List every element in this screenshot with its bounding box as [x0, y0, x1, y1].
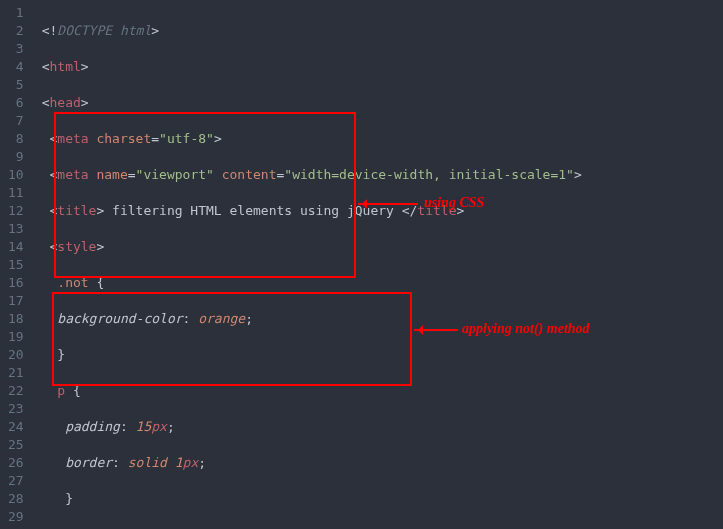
line-number: 20: [8, 346, 24, 364]
line-number: 24: [8, 418, 24, 436]
line-number-gutter: 1 2 3 4 5 6 7 8 9 10 11 12 13 14 15 16 1…: [0, 0, 34, 529]
line-number: 11: [8, 184, 24, 202]
line-number: 14: [8, 238, 24, 256]
line-number: 22: [8, 382, 24, 400]
code-line: <!DOCTYPE html>: [42, 22, 723, 40]
line-number: 6: [8, 94, 24, 112]
annotation-css: using CSS: [424, 195, 484, 211]
line-number: 7: [8, 112, 24, 130]
code-line: }: [42, 346, 723, 364]
line-number: 16: [8, 274, 24, 292]
code-area[interactable]: <!DOCTYPE html> <html> <head> <meta char…: [34, 0, 723, 529]
line-number: 1: [8, 4, 24, 22]
line-number: 5: [8, 76, 24, 94]
line-number: 26: [8, 454, 24, 472]
line-number: 18: [8, 310, 24, 328]
line-number: 27: [8, 472, 24, 490]
code-line: .not {: [42, 274, 723, 292]
code-editor: 1 2 3 4 5 6 7 8 9 10 11 12 13 14 15 16 1…: [0, 0, 723, 529]
line-number: 8: [8, 130, 24, 148]
line-number: 15: [8, 256, 24, 274]
code-line: <meta name="viewport" content="width=dev…: [42, 166, 723, 184]
line-number: 19: [8, 328, 24, 346]
line-number: 9: [8, 148, 24, 166]
code-line: <meta charset="utf-8">: [42, 130, 723, 148]
arrow-icon: [414, 329, 458, 331]
line-number: 2: [8, 22, 24, 40]
arrow-icon: [358, 203, 418, 205]
line-number: 23: [8, 400, 24, 418]
line-number: 12: [8, 202, 24, 220]
line-number: 17: [8, 292, 24, 310]
code-line: padding: 15px;: [42, 418, 723, 436]
code-line: <html>: [42, 58, 723, 76]
line-number: 13: [8, 220, 24, 238]
line-number: 3: [8, 40, 24, 58]
line-number: 10: [8, 166, 24, 184]
line-number: 4: [8, 58, 24, 76]
line-number: 29: [8, 508, 24, 526]
annotation-not-method: applying not() method: [462, 321, 590, 337]
line-number: 28: [8, 490, 24, 508]
line-number: 21: [8, 364, 24, 382]
code-line: }: [42, 490, 723, 508]
code-line: background-color: orange;: [42, 310, 723, 328]
code-line: <head>: [42, 94, 723, 112]
line-number: 25: [8, 436, 24, 454]
code-line: border: solid 1px;: [42, 454, 723, 472]
code-line: <style>: [42, 238, 723, 256]
code-line: p {: [42, 382, 723, 400]
